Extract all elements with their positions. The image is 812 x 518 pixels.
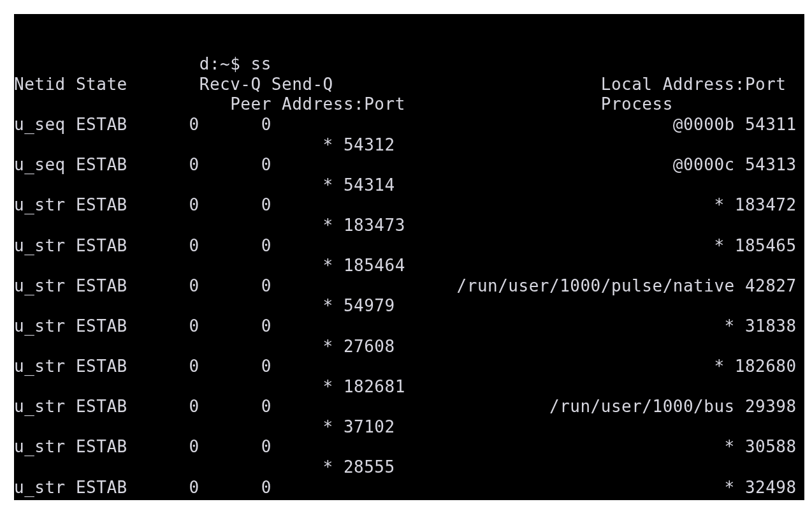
terminal-line: u_str ESTAB 0 0 * 183472 — [14, 195, 804, 216]
terminal-line: d:~$ ss — [14, 54, 804, 75]
terminal-line: u_str ESTAB 0 0 * 185465 — [14, 236, 804, 256]
terminal-line: * 183473 — [14, 216, 804, 236]
terminal-line: * 32499 — [14, 498, 804, 500]
terminal-window[interactable]: d:~$ ssNetid State Recv-Q Send-Q Local A… — [14, 14, 804, 500]
terminal-line: u_seq ESTAB 0 0 @0000b 54311 — [14, 115, 804, 135]
terminal-line: * 54979 — [14, 296, 804, 316]
terminal-line: * 182681 — [14, 377, 804, 397]
terminal-line: u_str ESTAB 0 0 /run/user/1000/pulse/nat… — [14, 276, 804, 297]
terminal-line: * 28555 — [14, 457, 804, 478]
terminal-line: u_seq ESTAB 0 0 @0000c 54313 — [14, 155, 804, 175]
terminal-line: Peer Address:Port Process — [14, 94, 804, 115]
terminal-content: d:~$ ssNetid State Recv-Q Send-Q Local A… — [14, 54, 804, 500]
terminal-line: * 54314 — [14, 175, 804, 196]
terminal-line: u_str ESTAB 0 0 /run/user/1000/bus 29398 — [14, 397, 804, 417]
terminal-line: u_str ESTAB 0 0 * 32498 — [14, 478, 804, 498]
terminal-line: * 37102 — [14, 417, 804, 438]
terminal-line: u_str ESTAB 0 0 * 30588 — [14, 437, 804, 457]
terminal-line: * 185464 — [14, 256, 804, 276]
terminal-line: Netid State Recv-Q Send-Q Local Address:… — [14, 75, 804, 95]
terminal-line: * 27608 — [14, 337, 804, 357]
terminal-line: * 54312 — [14, 135, 804, 156]
terminal-line: u_str ESTAB 0 0 * 182680 — [14, 357, 804, 377]
terminal-line: u_str ESTAB 0 0 * 31838 — [14, 316, 804, 337]
